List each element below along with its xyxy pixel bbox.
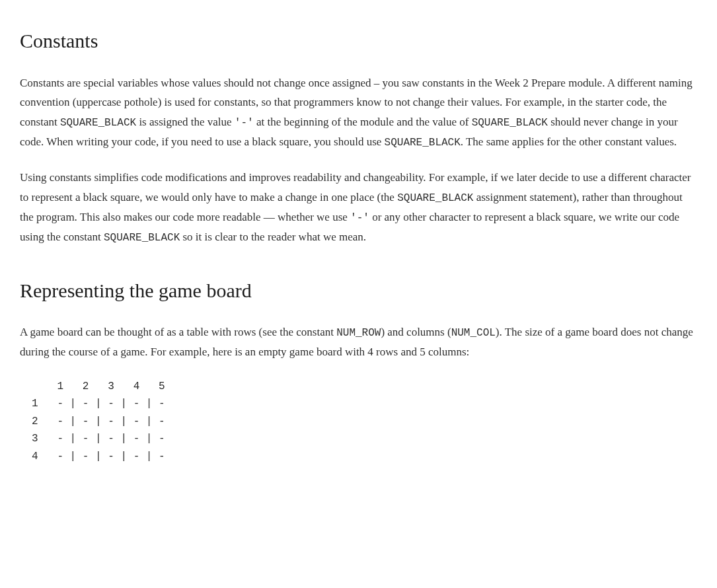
text-run: at the beginning of the module and the v… (254, 116, 472, 128)
text-run: so it is clear to the reader what we mea… (180, 231, 366, 243)
section-heading-board: Representing the game board (20, 274, 697, 309)
code-dash-literal: '-' (350, 212, 369, 224)
code-square-black: SQUARE_BLACK (397, 192, 473, 204)
code-square-black: SQUARE_BLACK (472, 117, 548, 129)
code-square-black: SQUARE_BLACK (385, 137, 461, 149)
text-run: ) and columns ( (381, 326, 451, 338)
code-num-col: NUM_COL (451, 327, 496, 339)
code-square-black: SQUARE_BLACK (104, 232, 180, 244)
game-board-diagram: 1 2 3 4 5 1 - | - | - | - | - 2 - | - | … (32, 378, 697, 465)
code-num-row: NUM_ROW (336, 327, 381, 339)
board-paragraph-1: A game board can be thought of as a tabl… (20, 322, 697, 362)
text-run: A game board can be thought of as a tabl… (20, 326, 336, 338)
constants-paragraph-1: Constants are special variables whose va… (20, 73, 697, 153)
constants-paragraph-2: Using constants simplifies code modifica… (20, 168, 697, 247)
section-heading-constants: Constants (20, 24, 697, 59)
text-run: . The same applies for the other constan… (461, 135, 677, 148)
text-run: is assigned the value (136, 116, 235, 128)
code-dash-literal: '-' (235, 117, 254, 129)
code-square-black: SQUARE_BLACK (60, 117, 136, 129)
